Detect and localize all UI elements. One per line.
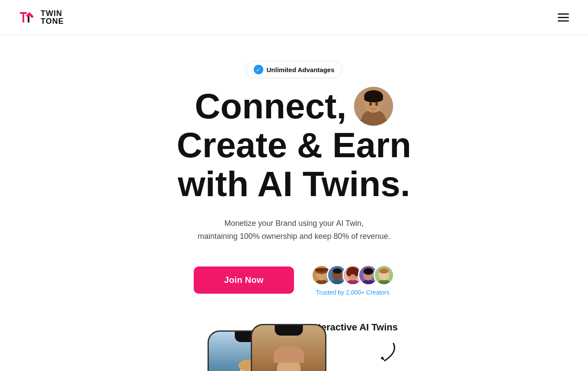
checkmark-icon: ✓: [254, 65, 263, 74]
headline-line2: Create & Earn: [177, 126, 411, 165]
creator-avatars: [311, 265, 394, 285]
headline-create-earn: Create & Earn: [177, 125, 411, 165]
hero-subtext: Monetize your Brand using your AI Twin, …: [198, 217, 390, 243]
join-now-button[interactable]: Join Now: [194, 266, 294, 294]
logo-twin-text: TWIN: [41, 10, 64, 17]
hamburger-line-3: [558, 20, 569, 22]
logo[interactable]: TWIN TONE: [17, 8, 64, 27]
hero-headline: Connect,: [177, 87, 411, 204]
headline-line3: with AI Twins.: [177, 165, 411, 203]
hero-avatar: [354, 87, 393, 126]
logo-tone-text: TONE: [41, 17, 64, 25]
svg-point-26: [363, 268, 373, 275]
arrow-icon: [359, 339, 402, 365]
svg-point-5: [364, 95, 383, 102]
avatar-image: [354, 87, 393, 126]
svg-point-21: [346, 270, 352, 276]
hamburger-line-1: [558, 13, 569, 15]
logo-icon: [17, 8, 36, 27]
phone-section: Interactive AI Twins: [164, 322, 424, 371]
cta-section: Join Now: [194, 265, 394, 296]
headline-connect: Connect,: [195, 87, 347, 126]
creator-avatar-5: [374, 265, 394, 285]
phone-front: [251, 324, 326, 371]
svg-point-6: [369, 102, 372, 106]
hamburger-line-2: [558, 17, 569, 18]
subtext-line1: Monetize your Brand using your AI Twin,: [224, 219, 364, 228]
headline-ai-twins: with AI Twins.: [178, 164, 410, 203]
hamburger-menu[interactable]: [556, 12, 571, 23]
svg-point-30: [379, 268, 388, 273]
trusted-label: Trusted by 2,000+ Creators: [316, 289, 389, 296]
badge-label: Unlimited Advantages: [267, 66, 335, 73]
svg-point-12: [315, 268, 329, 272]
header: TWIN TONE: [0, 0, 588, 35]
advantages-badge: ✓ Unlimited Advantages: [246, 61, 343, 78]
subtext-line2: maintaining 100% ownership and keep 80% …: [198, 232, 390, 241]
svg-point-7: [375, 102, 378, 106]
trusted-section: Trusted by 2,000+ Creators: [311, 265, 394, 296]
main-content: ✓ Unlimited Advantages Connect,: [0, 35, 588, 371]
svg-point-16: [332, 268, 342, 273]
headline-row1: Connect,: [177, 87, 411, 126]
logo-text: TWIN TONE: [41, 10, 64, 25]
